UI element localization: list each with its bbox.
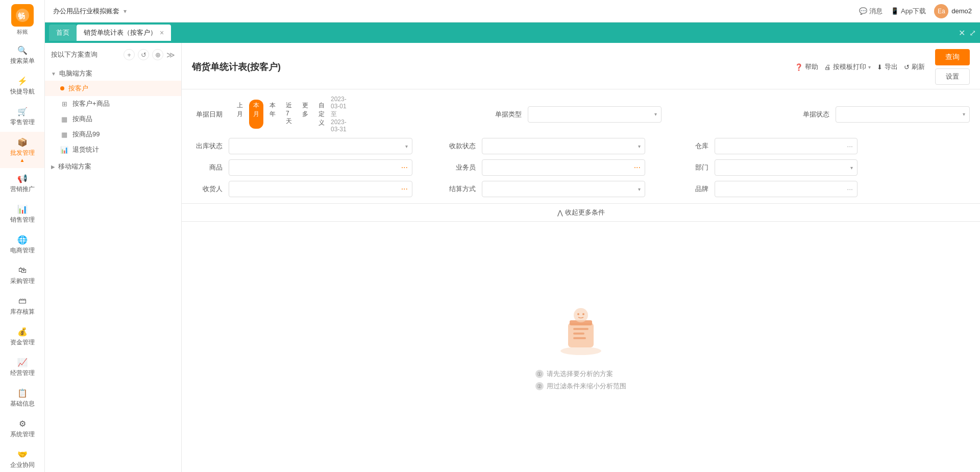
collapse-bar[interactable]: ⋀ 收起更多条件	[182, 204, 980, 222]
sidebar-label-purchase: 采购管理	[10, 277, 35, 286]
marketing-icon: 📢	[17, 173, 28, 183]
scheme-return-stats[interactable]: 📊 退货统计	[45, 142, 181, 157]
date-tab-this-year[interactable]: 本年	[265, 100, 280, 129]
finance-icon: 💰	[17, 326, 28, 337]
download-icon: 📱	[891, 7, 899, 15]
panel-header: 按以下方案查询 + ↺ ⊕ ≫	[45, 49, 181, 64]
scheme-by-customer-product[interactable]: ⊞ 按客户+商品	[45, 96, 181, 111]
tab-home[interactable]: 首页	[49, 25, 77, 41]
product-select[interactable]: ···	[229, 159, 412, 176]
tab-sales-stats[interactable]: 销货单统计表（按客户） ×	[77, 25, 171, 41]
header-dropdown-icon[interactable]: ▾	[124, 8, 127, 15]
collection-select[interactable]: ▾	[482, 138, 645, 154]
refresh-label: 刷新	[912, 62, 925, 72]
collection-arrow-icon: ▾	[638, 144, 641, 149]
date-tab-custom[interactable]: 自定义	[314, 100, 329, 129]
outbound-select[interactable]: ▾	[229, 138, 412, 154]
svg-point-2	[560, 347, 601, 355]
date-tab-last-month[interactable]: 上月	[233, 100, 247, 129]
sidebar-item-ecommerce[interactable]: 🌐 电商管理	[0, 229, 44, 260]
sidebar-item-wholesale[interactable]: 📦 批发管理 ▲	[0, 132, 44, 168]
salesman-select[interactable]: ···	[482, 159, 645, 176]
help-button[interactable]: ❓ 帮助	[795, 62, 818, 72]
content-area: 按以下方案查询 + ↺ ⊕ ≫ ▼ 电脑端方案 按客户 ⊞	[45, 43, 980, 472]
scheme-by-customer-product-label: 按客户+商品	[72, 99, 110, 108]
logo-icon: 畅	[11, 4, 34, 27]
sidebar-label-retail: 零售管理	[10, 118, 35, 127]
sidebar-item-finance[interactable]: 💰 资金管理	[0, 321, 44, 352]
sidebar-label-inventory: 库存核算	[10, 308, 35, 316]
add-scheme-button[interactable]: +	[124, 49, 135, 60]
scheme-by-customer[interactable]: 按客户	[45, 81, 181, 96]
empty-state: ① 请先选择要分析的方案 ② 用过滤条件来缩小分析范围	[182, 222, 980, 472]
sidebar-label-wholesale: 批发管理	[10, 149, 35, 157]
sidebar-item-inventory[interactable]: 🗃 库存核算	[0, 291, 44, 321]
export-button[interactable]: ⬇ 导出	[877, 62, 898, 72]
sidebar-item-quick-nav[interactable]: ⚡ 快捷导航	[0, 70, 44, 101]
desktop-group-label: 电脑端方案	[59, 69, 92, 78]
doc-status-select[interactable]: ▾	[836, 106, 970, 123]
settlement-label: 结算方式	[445, 184, 476, 194]
settings-button[interactable]: 设置	[935, 68, 970, 85]
sidebar-item-search[interactable]: 🔍 搜索菜单	[0, 40, 44, 70]
print-icon: 🖨	[824, 63, 831, 71]
mobile-scheme-group: ▶ 移动端方案	[45, 159, 181, 174]
refresh-scheme-button[interactable]: ↺	[138, 49, 149, 60]
department-select[interactable]: ▾	[715, 159, 857, 176]
brand-select[interactable]: ···	[715, 181, 857, 197]
sidebar-item-sales[interactable]: 📊 销售管理	[0, 199, 44, 229]
header-left: 办公用品行业模拟账套 ▾	[53, 7, 127, 16]
print-button[interactable]: 🖨 按模板打印 ▾	[824, 62, 871, 72]
sidebar-item-system[interactable]: ⚙ 系统管理	[0, 413, 44, 444]
empty-illustration	[550, 300, 611, 361]
sidebar-label-enterprise: 企业协同	[10, 461, 35, 469]
svg-rect-6	[573, 333, 584, 335]
settlement-select[interactable]: ▾	[482, 181, 645, 197]
export-icon: ⬇	[877, 63, 883, 71]
hint-text-2: 用过滤条件来缩小分析范围	[547, 382, 626, 391]
search-nav-icon: 🔍	[17, 45, 28, 55]
messages-label: 消息	[869, 7, 883, 16]
warehouse-select[interactable]: ···	[715, 138, 857, 154]
department-label: 部门	[678, 163, 708, 172]
date-tab-this-month[interactable]: 本月	[249, 100, 263, 129]
desktop-scheme-group: ▼ 电脑端方案 按客户 ⊞ 按客户+商品 ▦ 按商品 ▦ 按商品99	[45, 66, 181, 157]
scheme-by-product-99[interactable]: ▦ 按商品99	[45, 127, 181, 142]
sidebar-label-quick-nav: 快捷导航	[10, 87, 35, 96]
date-tab-more[interactable]: 更多	[298, 100, 312, 129]
date-filter-control: 上月 本月 本年 近7天 更多 自定义 2023-03-01 至 2023-03…	[229, 96, 354, 133]
page-actions: ❓ 帮助 🖨 按模板打印 ▾ ⬇ 导出 ↺ 刷新	[795, 49, 970, 85]
sidebar-item-basic[interactable]: 📋 基础信息	[0, 383, 44, 413]
sidebar-label-basic: 基础信息	[10, 399, 35, 408]
sidebar-item-purchase[interactable]: 🛍 采购管理	[0, 260, 44, 291]
logo-area[interactable]: 畅 标账	[0, 0, 44, 40]
refresh-button[interactable]: ↺ 刷新	[904, 62, 925, 72]
recipient-label: 收货人	[192, 184, 223, 194]
settlement-arrow-icon: ▾	[638, 186, 641, 192]
scheme-by-product[interactable]: ▦ 按商品	[45, 111, 181, 127]
app-download-button[interactable]: 📱 App下载	[891, 7, 926, 16]
tab-close-icon[interactable]: ×	[160, 29, 164, 36]
tab-home-label: 首页	[56, 28, 69, 37]
mobile-group-header[interactable]: ▶ 移动端方案	[45, 159, 181, 174]
user-profile[interactable]: Ea demo2	[934, 4, 972, 18]
doc-type-select[interactable]: ▾	[528, 106, 662, 123]
logo-text: 标账	[17, 28, 28, 36]
sidebar-item-enterprise[interactable]: 🤝 企业协同	[0, 444, 44, 472]
recipient-select[interactable]: ···	[229, 181, 412, 197]
close-window-icon[interactable]: ✕	[959, 28, 965, 38]
sidebar-label-ecommerce: 电商管理	[10, 246, 35, 255]
sidebar-item-operations[interactable]: 📈 经营管理	[0, 352, 44, 383]
maximize-icon[interactable]: ⤢	[969, 28, 976, 38]
scheme-return-stats-label: 退货统计	[72, 145, 99, 154]
collapse-panel-icon[interactable]: ≫	[166, 50, 175, 60]
query-button[interactable]: 查询	[935, 49, 970, 65]
date-tab-last-7[interactable]: 近7天	[282, 100, 296, 129]
desktop-group-header[interactable]: ▼ 电脑端方案	[45, 66, 181, 81]
settings-scheme-button[interactable]: ⊕	[152, 49, 163, 60]
filter-area: 单据日期 上月 本月 本年 近7天 更多 自定义 2023-03-01 至 20…	[182, 89, 980, 204]
sidebar-item-retail[interactable]: 🛒 零售管理	[0, 101, 44, 132]
sidebar-item-marketing[interactable]: 📢 营销推广	[0, 168, 44, 199]
hint-item-1: ① 请先选择要分析的方案	[535, 369, 626, 379]
messages-button[interactable]: 💬 消息	[859, 7, 883, 16]
